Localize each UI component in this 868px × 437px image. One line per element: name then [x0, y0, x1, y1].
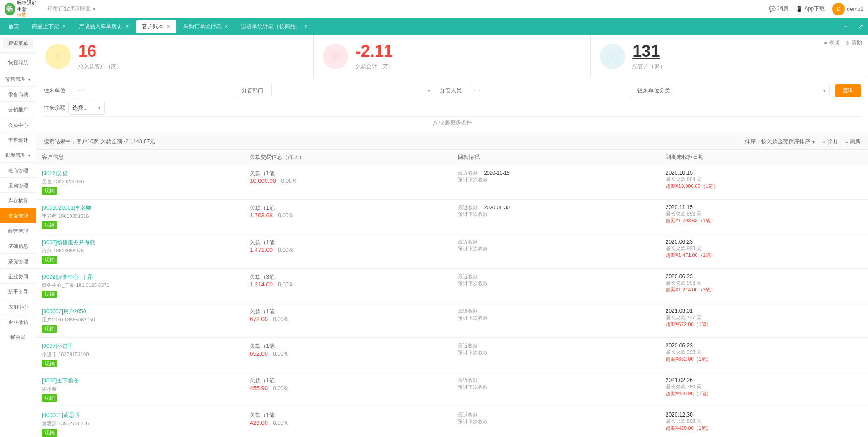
search-button[interactable]: 查询 — [835, 84, 861, 97]
debt-count-3: 欠款（3笔） — [250, 273, 447, 281]
svg-text:¥: ¥ — [55, 52, 59, 60]
sidebar-item-system[interactable]: 系统管理 — [0, 254, 36, 269]
debt-amount-3[interactable]: 1,214.00 — [250, 281, 273, 288]
overdue-amount-5[interactable]: 超期¥652.00（1笔） — [666, 356, 863, 362]
sidebar-item-basic-info[interactable]: 基础信息 — [0, 238, 36, 253]
customer-name-4[interactable]: [000002]用户2050 — [42, 308, 239, 316]
sidebar-item-retail-stats[interactable]: 零售统计 — [0, 132, 36, 147]
cell-customer-6: [0006]去下粮仓 陈小希 现销 — [36, 372, 244, 407]
help-btn[interactable]: ⊙ 帮助 — [845, 39, 862, 47]
debt-amount-1[interactable]: 1,703.68 — [250, 212, 273, 219]
debt-amount-7[interactable]: 429.00 — [250, 419, 268, 426]
sidebar-item-app-center[interactable]: 应用中心 — [0, 299, 36, 314]
next-collect-3: 预计下次收款 — [458, 280, 655, 287]
export-btn[interactable]: ○ 导出 — [822, 138, 838, 146]
customer-name-6[interactable]: [0006]去下粮仓 — [42, 377, 239, 385]
overdue-amount-4[interactable]: 超期¥672.00（1笔） — [666, 321, 863, 328]
customer-name-2[interactable]: [0003]畅捷服务尹海燕 — [42, 239, 239, 246]
tab-products[interactable]: 商品上下架 ✕ — [26, 20, 71, 33]
due-date-0: 2020.10.15 — [666, 170, 863, 176]
main-layout: 搜索菜单 快捷导航 零售管理 ▾零售商城营销推广会员中心零售统计批发管理 ▾电商… — [0, 35, 868, 437]
tab-import[interactable]: 进货单统计表（按商品） ✕ — [236, 20, 313, 33]
sidebar-item-new-guide[interactable]: 新手引导 — [0, 284, 36, 299]
customer-name-7[interactable]: [000001]黄思源 — [42, 412, 239, 419]
customer-phone-2: 海燕 18513066976 — [42, 247, 239, 254]
tab-minimize-btn[interactable]: － — [840, 21, 852, 31]
tab-customer[interactable]: 客户账本 ✕ — [136, 20, 176, 33]
app-download-btn[interactable]: 📱 App下载 — [796, 5, 825, 13]
sort-select[interactable]: 排序：按欠款金额倒序排序 ▾ — [745, 138, 815, 146]
tab-close-purchase[interactable]: ✕ — [224, 24, 228, 30]
search-menu-btn[interactable]: 搜索菜单 — [3, 38, 33, 49]
debt-amount-4[interactable]: 672.00 — [250, 316, 268, 322]
sidebar-item-quick-nav[interactable]: 快捷导航 — [0, 55, 36, 69]
sidebar-item-marketing[interactable]: 营销推广 — [0, 102, 36, 117]
sidebar-label-retail-mgmt: 零售管理 ▾ — [3, 76, 33, 83]
customer-name-3[interactable]: [0002]服务中心_丁磊 — [42, 273, 239, 281]
last-collect-2: 最近收款 — [458, 239, 655, 246]
person-input[interactable]: ··· — [470, 84, 632, 97]
customer-name-5[interactable]: [0007]小进干 — [42, 342, 239, 350]
cell-customer-4: [000002]用户2050 用户2050 18665062050 现销 — [36, 303, 244, 338]
overdue-amount-number: -2.11 — [356, 42, 394, 61]
debt-amount-5[interactable]: 652.00 — [250, 350, 268, 357]
tab-production[interactable]: 产成品入库单历史 ✕ — [73, 20, 135, 33]
building-icon — [600, 44, 625, 69]
tab-home[interactable]: 首页 — [3, 20, 25, 33]
sidebar-item-finance[interactable]: 资金管理 — [0, 208, 36, 223]
table-row: [0003]畅捷服务尹海燕 海燕 18513066976 现销 欠款（1笔） 1… — [36, 234, 868, 269]
filter-department: 分管部门 ▾ — [241, 84, 434, 97]
sidebar-item-retail-mall[interactable]: 零售商城 — [0, 87, 36, 102]
sidebar-item-vip[interactable]: 畅会员 — [0, 329, 36, 344]
overdue-amount-6[interactable]: 超期¥455.90（1笔） — [666, 390, 863, 397]
sidebar-label-vip: 畅会员 — [3, 334, 33, 340]
sidebar-item-batch-mgmt[interactable]: 批发管理 ▾ — [0, 147, 36, 163]
sidebar-item-ops-mgmt[interactable]: 经营管理 — [0, 223, 36, 238]
sidebar-label-ops-mgmt: 经营管理 — [3, 228, 33, 234]
sidebar-item-inventory[interactable]: 库存核算 — [0, 193, 36, 208]
refresh-btn[interactable]: ○ 刷新 — [845, 138, 861, 146]
sidebar-item-wechat-work[interactable]: 企业微信 — [0, 314, 36, 329]
tab-purchase[interactable]: 采购订单统计表 ✕ — [178, 20, 234, 33]
tab-close-customer[interactable]: ✕ — [166, 24, 171, 30]
stat-overdue-customers: ¥ 16 总欠款客户（家） — [36, 35, 314, 78]
overdue-amount-2[interactable]: 超期¥1,471.00（1笔） — [666, 252, 863, 259]
customer-name-0[interactable]: [0016]吴俊 — [42, 170, 239, 177]
source-unit-input[interactable]: ··· — [74, 84, 236, 97]
overdue-amount-3[interactable]: 超期¥1,214.00（3笔） — [666, 286, 863, 293]
next-collect-5: 预计下次收款 — [458, 349, 655, 356]
sidebar: 搜索菜单 快捷导航 零售管理 ▾零售商城营销推广会员中心零售统计批发管理 ▾电商… — [0, 35, 36, 437]
company-selector[interactable]: 母婴行业演示账套 ▾ — [45, 5, 95, 13]
debt-amount-2[interactable]: 1,471.00 — [250, 246, 273, 253]
video-btn[interactable]: ● 视频 — [824, 39, 840, 47]
user-menu[interactable]: D demo2 — [832, 3, 863, 15]
sidebar-item-purchase-mgmt[interactable]: 采购管理 — [0, 178, 36, 193]
overdue-amount-1[interactable]: 超期¥1,703.68（1笔） — [666, 217, 863, 224]
total-customers-label: 总客户（家） — [632, 63, 665, 70]
department-select[interactable]: ▾ — [271, 84, 434, 97]
collapse-filter-btn[interactable]: ⋀ 收起更多条件 — [44, 116, 861, 128]
sidebar-item-enterprise[interactable]: 企业协同 — [0, 269, 36, 284]
overdue-amount-7[interactable]: 超期¥429.00（1笔） — [666, 425, 863, 432]
cell-collection-6: 最近收款 预计下次收款 — [452, 372, 660, 407]
balance-select[interactable]: 选择... ▾ — [68, 101, 105, 115]
sidebar-item-ecommerce[interactable]: 电商管理 — [0, 163, 36, 178]
customer-name-1[interactable]: [0001020001]李老师 — [42, 204, 239, 212]
tab-maximize-btn[interactable]: ⤢ — [855, 22, 866, 31]
sidebar-item-member-center[interactable]: 会员中心 — [0, 117, 36, 132]
tab-close-products[interactable]: ✕ — [62, 24, 66, 30]
message-btn[interactable]: 💬 消息 — [769, 5, 788, 13]
next-collect-0: 预计下次收款 — [458, 176, 655, 183]
debt-count-2: 欠款（1笔） — [250, 239, 447, 246]
debt-amount-6[interactable]: 455.90 — [250, 385, 268, 392]
sidebar-item-retail-mgmt[interactable]: 零售管理 ▾ — [0, 71, 36, 87]
overdue-amount-0[interactable]: 超期¥10,000.00（1笔） — [666, 183, 863, 190]
overdue-customers-number: 16 — [78, 42, 122, 61]
unit-category-select[interactable]: ▾ — [673, 84, 830, 97]
overdue-days-0: 最长欠款 884 天 — [666, 176, 863, 183]
tab-close-production[interactable]: ✕ — [125, 24, 129, 30]
sidebar-label-batch-mgmt: 批发管理 ▾ — [3, 152, 33, 159]
tab-close-import[interactable]: ✕ — [304, 24, 308, 30]
customer-phone-1: 李老师 18600391516 — [42, 213, 239, 220]
debt-amount-0[interactable]: 10,000.00 — [250, 177, 276, 184]
